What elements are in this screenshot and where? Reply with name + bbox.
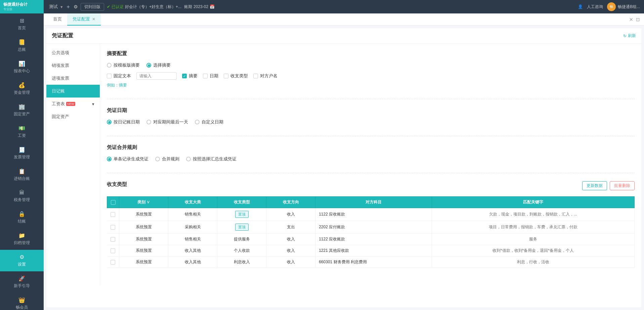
service-label[interactable]: 人工咨询 (587, 4, 603, 10)
col-category: 类别 ∨ (119, 197, 168, 208)
radio-select-summary[interactable]: 按照选择汇总生成凭证 (186, 156, 237, 162)
radio-circle-select-summary (186, 157, 191, 161)
sidebar-label-assets: 固定资产 (14, 111, 30, 117)
radio-single[interactable]: 单条记录生成凭证 (107, 156, 148, 162)
merge-section: 凭证合并规则 单条记录生成凭证 合并规则 (107, 144, 635, 162)
fixed-text-input[interactable] (136, 72, 177, 80)
sidebar-item-funds[interactable]: 💰 资金管理 (0, 78, 44, 100)
col-checkbox[interactable] (107, 197, 119, 208)
checkbox-summary[interactable]: ✓ 摘要 (182, 73, 198, 79)
left-nav-purchase-invoice[interactable]: 进项发票 (46, 72, 100, 85)
refresh-icon: ↻ (623, 34, 627, 38)
type-tag-1[interactable]: 置顶 (235, 224, 249, 231)
radio-custom-date[interactable]: 自定义日期 (195, 119, 223, 125)
refresh-button[interactable]: ↻ 刷新 (623, 33, 636, 39)
dropdown-arrow-icon[interactable]: ▾ (60, 4, 63, 9)
inner-layout: 公共选项 销项发票 进项发票 日记账 工资表 NEW ▾ (46, 44, 641, 285)
left-nav-payroll[interactable]: 工资表 NEW ▾ (46, 98, 100, 110)
row-category-1: 系统预置 (119, 221, 168, 234)
right-content: 摘要配置 按模板版摘要 选择摘要 (100, 44, 641, 285)
checkbox-income-type[interactable]: 收支类型 (224, 73, 248, 79)
left-nav-sales-invoice[interactable]: 销项发票 (46, 59, 100, 72)
home-icon: ⊞ (20, 17, 24, 24)
sidebar-label-settings: 设置 (18, 262, 26, 267)
sidebar-label-purchase: 进销台账 (14, 176, 30, 182)
logo-sub: 专业版 (3, 7, 28, 11)
sidebar-item-settings[interactable]: ⚙ 设置 (0, 250, 44, 271)
date-title: 凭证日期 (107, 107, 635, 114)
row-keywords-1: 项目，日常费用，报销款，车费，承兑汇票，付款 (432, 221, 634, 234)
checkbox-row-3[interactable] (111, 248, 115, 253)
update-data-btn[interactable]: 更新数据 (582, 181, 607, 190)
sidebar-item-close[interactable]: 🔒 结账 (0, 207, 44, 228)
table-row: 系统预置 收入其他 利息收入 收入 660301 财务费用 利息费用 利息，行收… (107, 257, 635, 268)
sidebar-item-vip[interactable]: 👑 畅会员 (0, 293, 44, 310)
sidebar-label-archive: 归档管理 (14, 240, 30, 246)
checkbox-date[interactable]: 日期 (203, 73, 218, 79)
checkbox-row-1[interactable] (111, 225, 115, 230)
radio-merge-rule[interactable]: 合并规则 (155, 156, 179, 162)
sidebar-item-ledger[interactable]: 📒 总账 (0, 35, 44, 56)
radio-period-last[interactable]: 对应期间最后一天 (146, 119, 188, 125)
tab-voucher-config[interactable]: 凭证配置 ✕ (67, 13, 101, 26)
tab-close-icon[interactable]: ✕ (92, 17, 95, 22)
sort-icon[interactable]: ∨ (146, 200, 150, 204)
row-type-2: 提供服务 (217, 234, 266, 245)
sidebar-item-home[interactable]: ⊞ 首页 (0, 13, 44, 35)
tab-close-window-icon[interactable]: ✕ (629, 17, 633, 22)
checkbox-row-2[interactable] (111, 237, 115, 242)
row-major-type-1: 采购相关 (168, 221, 217, 234)
sidebar-label-vip: 畅会员 (16, 305, 28, 310)
type-tag-0[interactable]: 置顶 (235, 211, 249, 218)
logo-text: 畅捷通好会计 (3, 2, 28, 7)
row-category-3: 系统预置 (119, 245, 168, 257)
user-area[interactable]: 畅 畅捷通B组... (607, 2, 640, 11)
sidebar-item-purchase[interactable]: 📋 进销台账 (0, 164, 44, 186)
checkbox-row-0[interactable] (111, 212, 115, 217)
row-checkbox-3[interactable] (107, 245, 119, 257)
calendar-icon[interactable]: 📅 (210, 4, 215, 9)
row-major-type-4: 收入其他 (168, 257, 217, 268)
left-nav-journal[interactable]: 日记账 (46, 85, 100, 98)
row-subject-1: 2202 应付账款 (315, 221, 432, 234)
sidebar-item-salary[interactable]: 💵 工资 (0, 121, 44, 143)
row-checkbox-2[interactable] (107, 234, 119, 245)
assets-icon: 🏢 (18, 104, 25, 110)
row-keywords-3: 收到*借款，收到*备用金，退回*备用金，个人 (432, 245, 634, 257)
archive-icon: 📁 (18, 232, 25, 239)
income-expense-section: 收支类型 更新数据 批量删除 (107, 181, 635, 268)
sidebar-label-salary: 工资 (18, 133, 26, 139)
batch-delete-btn[interactable]: 批量删除 (610, 181, 635, 190)
sidebar-item-reports[interactable]: 📊 报表中心 (0, 56, 44, 78)
checkbox-fixed-text-box (107, 74, 112, 78)
sidebar-item-assets[interactable]: 🏢 固定资产 (0, 100, 44, 121)
select-all-checkbox[interactable] (111, 200, 116, 205)
radio-select[interactable]: 选择摘要 (146, 62, 171, 68)
sidebar-item-invoice-mgmt[interactable]: 🧾 发票管理 (0, 143, 44, 164)
merge-title: 凭证合并规则 (107, 144, 635, 151)
switch-old-btn[interactable]: 切到旧版 (81, 3, 104, 11)
tab-expand-icon[interactable]: ⊡ (636, 17, 640, 22)
invoice-mgmt-icon: 🧾 (18, 147, 25, 153)
left-nav-fixed-assets[interactable]: 固定资产 (46, 110, 100, 123)
checkbox-fixed-text[interactable]: 固定文本 (107, 73, 131, 79)
sidebar-item-archive[interactable]: 📁 归档管理 (0, 228, 44, 250)
row-checkbox-1[interactable] (107, 221, 119, 234)
row-checkbox-4[interactable] (107, 257, 119, 268)
gear-icon[interactable]: ⚙ (74, 4, 78, 9)
summary-checkbox-row: 固定文本 ✓ 摘要 日期 (107, 72, 635, 80)
checkbox-row-4[interactable] (111, 260, 115, 265)
topbar-center: 测试 ▾ ＋ ⚙ 切到旧版 ✔ 已认证 好会计（专）+好生意（标）+... 账期… (44, 3, 578, 11)
sidebar-item-guide[interactable]: 🚀 新手引导 (0, 271, 44, 293)
left-nav-public[interactable]: 公共选项 (46, 46, 100, 59)
sidebar-item-tax[interactable]: 🏛 税务管理 (0, 186, 44, 207)
summary-section: 摘要配置 按模板版摘要 选择摘要 (107, 50, 635, 88)
checkbox-counterparty[interactable]: 对方户名 (253, 73, 277, 79)
sidebar-label-reports: 报表中心 (14, 68, 30, 74)
tab-home[interactable]: 首页 (48, 13, 67, 26)
add-icon[interactable]: ＋ (66, 3, 71, 10)
radio-template[interactable]: 按模板版摘要 (107, 62, 140, 68)
radio-journal-date[interactable]: 按日记账日期 (107, 119, 140, 125)
radio-circle-period-last (146, 120, 151, 124)
row-checkbox-0[interactable] (107, 208, 119, 221)
